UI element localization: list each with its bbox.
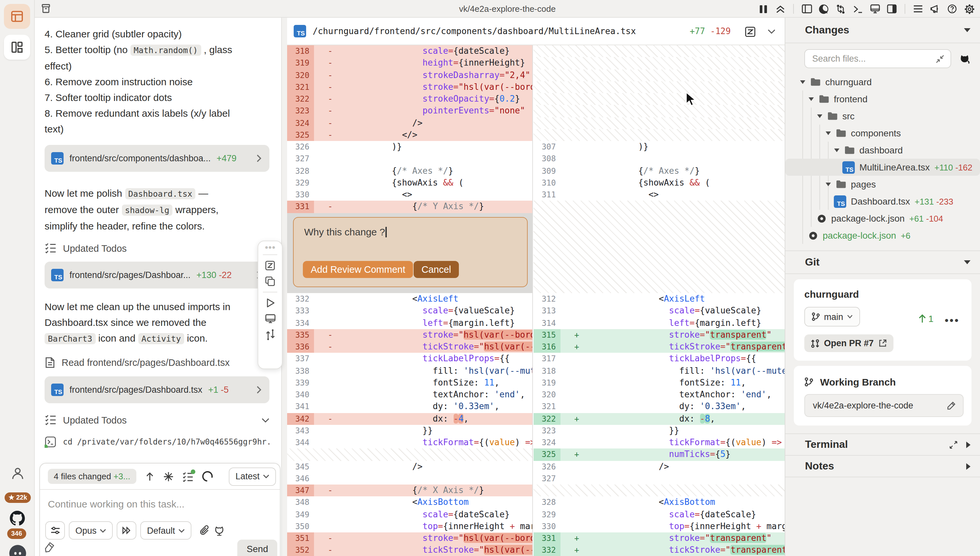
mode-dropdown[interactable]: Default [140, 521, 192, 540]
diff-line[interactable]: 321 - stroke="hsl(var(--border))" [287, 81, 532, 94]
diff-line[interactable]: 324 tickFormat={(value) => fo [534, 437, 785, 449]
cancel-button[interactable]: Cancel [413, 261, 459, 278]
attachment-icon[interactable] [199, 525, 210, 536]
spark-icon[interactable] [163, 471, 174, 482]
panel-left-icon[interactable] [801, 3, 812, 15]
read-file-row[interactable]: Read frontend/src/pages/Dashboard.tsx [45, 357, 270, 369]
collapse-file-icon[interactable] [768, 29, 775, 34]
diff-line[interactable]: 347 - {/* X Axis */} [287, 485, 532, 497]
diff-line[interactable]: 351 - stroke="hsl(var(--border))" [287, 532, 532, 545]
git-section-header[interactable]: Git [785, 251, 980, 273]
message-input[interactable]: Continue working on this task... [40, 490, 280, 509]
diff-line[interactable]: 320 - strokeDasharray="2,4" [287, 69, 532, 81]
tree-item-Dashboard.tsx[interactable]: TS Dashboard.tsx+131 -233 [785, 193, 980, 210]
changes-section-header[interactable]: Changes [785, 18, 980, 43]
model-dropdown[interactable]: Opus [69, 521, 113, 540]
diff-line[interactable]: 317 tickLabelProps={{ [534, 353, 785, 365]
diff-line[interactable]: 308 [534, 153, 785, 165]
diff-line[interactable]: 338 fill: 'hsl(var(--muted-foreground))'… [287, 365, 532, 377]
compare-icon[interactable] [265, 329, 275, 340]
more-menu-icon[interactable]: ••• [944, 315, 960, 326]
diff-line[interactable]: 322 - strokeOpacity={0.2} [287, 93, 532, 105]
diff-line[interactable]: 319 fontSize: 11, [534, 377, 785, 389]
diff-line[interactable]: 336 - tickStroke="hsl(var(--border))" [287, 341, 532, 353]
diff-line[interactable]: 331 - {/* Y Axis */} [287, 201, 532, 213]
tree-item-frontend[interactable]: frontend [785, 91, 980, 108]
send-button[interactable]: Send [237, 540, 277, 556]
play-icon[interactable] [265, 298, 275, 308]
branch-dropdown[interactable]: main [804, 307, 861, 326]
diff-line[interactable]: 345 /> [287, 461, 532, 473]
settings-gear-icon[interactable] [964, 3, 975, 15]
diff-line[interactable]: 318 fill: 'hsl(var(--muted-foreground))'… [534, 365, 785, 377]
diff-line[interactable]: 328 <AxisBottom [534, 497, 785, 509]
version-dropdown[interactable]: Latest [229, 467, 276, 485]
diff-line[interactable]: 329 {showAxis && ( [287, 177, 532, 189]
composer-settings-button[interactable] [45, 521, 65, 540]
diff-line[interactable]: 311 <> [534, 189, 785, 201]
diff-line[interactable]: 349 scale={dateScale} [287, 509, 532, 520]
diff-line[interactable]: 316 + tickStroke="transparent" [534, 341, 785, 353]
diff-line[interactable]: 334 left={margin.left} [287, 317, 532, 329]
diff-line[interactable]: 318 - scale={dateScale} [287, 45, 532, 57]
terminal-section-header[interactable]: Terminal [785, 434, 980, 455]
diff-line[interactable]: 307 )} [534, 141, 785, 153]
working-branch-input[interactable]: vk/4e2a-explore-the-code [804, 394, 964, 417]
diff-line[interactable]: 327 [287, 153, 532, 165]
scroll-up-icon[interactable] [145, 471, 155, 482]
tree-item-churnguard[interactable]: churnguard [785, 73, 980, 91]
tree-item-dashboard[interactable]: dashboard [785, 142, 980, 159]
diff-line[interactable]: 310 {showAxis && ( [534, 177, 785, 189]
diff-line[interactable]: 321 dy: '0.33em', [534, 401, 785, 413]
diff-line[interactable]: 341 dy: '0.33em', [287, 401, 532, 413]
diff-line[interactable]: 324 - /> [287, 117, 532, 129]
monitor-icon[interactable] [869, 3, 880, 15]
github-icon[interactable] [0, 509, 35, 527]
tree-item-MultiLineArea.tsx[interactable]: TS MultiLineArea.tsx+110 -162 [785, 159, 980, 176]
file-chip[interactable]: TS frontend/src/pages/Dashboar... +130 -… [45, 262, 270, 288]
diff-line[interactable]: 343 }} [287, 425, 532, 437]
edit-branch-icon[interactable] [946, 401, 956, 411]
inline-review-icon[interactable] [745, 26, 756, 37]
tree-item-package-lock.json[interactable]: package-lock.json+6 [785, 227, 980, 244]
cat-icon[interactable] [214, 525, 225, 536]
diff-line[interactable]: 325 + numTicks={5} [534, 449, 785, 461]
account-icon[interactable] [0, 465, 35, 481]
diff-line[interactable]: 325 - </> [287, 129, 532, 141]
terminal-command-row[interactable]: cd /private/var/folders/10/h7w0q46556ggr… [45, 436, 270, 448]
tree-item-package-lock.json[interactable]: package-lock.json+61 -104 [785, 210, 980, 227]
diff-line[interactable]: 313 scale={valueScale} [534, 305, 785, 317]
panel-right-filled-icon[interactable] [886, 3, 898, 15]
drag-handle[interactable]: ●●● [265, 245, 276, 249]
search-input[interactable]: Search files... [804, 49, 951, 68]
notes-section-header[interactable]: Notes [785, 456, 980, 477]
review-comment-box[interactable]: Why this change ? Add Review Comment Can… [293, 217, 528, 287]
diff-line[interactable]: 322 + dx: -8, [534, 413, 785, 425]
collapse-all-icon[interactable] [775, 3, 786, 15]
diff-line[interactable]: 333 scale={valueScale} [287, 305, 532, 317]
comment-text[interactable]: Why this change ? [304, 226, 387, 237]
diff-line[interactable]: 337 tickLabelProps={{ [287, 353, 532, 365]
git-compare-icon[interactable] [835, 3, 846, 15]
rail-board-button[interactable] [4, 35, 30, 60]
diff-line[interactable]: 320 textAnchor: 'end', [534, 389, 785, 401]
diff-line[interactable]: 328 {/* Axes */} [287, 165, 532, 177]
copy-icon[interactable] [265, 276, 275, 286]
diff-line[interactable]: 329 scale={dateScale} [534, 509, 785, 520]
diff-line[interactable]: 350 top={innerHeight + margin.top} [287, 520, 532, 533]
diff-line[interactable]: 326 )} [287, 141, 532, 153]
diff-line[interactable]: 315 + stroke="transparent" [534, 329, 785, 341]
help-icon[interactable] [946, 3, 958, 15]
diff-line[interactable]: 312 <AxisLeft [534, 293, 785, 305]
chat-bubble-icon[interactable] [818, 3, 829, 15]
diff-line[interactable]: 346 [287, 473, 532, 485]
file-chip[interactable]: TS frontend/src/components/dashboa... +4… [45, 145, 270, 172]
collapse-tree-icon[interactable] [935, 54, 944, 63]
diff-line[interactable]: 319 - height={innerHeight} [287, 57, 532, 70]
megaphone-icon[interactable] [930, 3, 941, 15]
cat-icon[interactable] [958, 53, 971, 65]
diff-line[interactable]: 314 left={margin.left} [534, 317, 785, 329]
open-pr-button[interactable]: Open PR #7 [804, 335, 893, 352]
tree-item-src[interactable]: src [785, 108, 980, 124]
diff-line[interactable]: 342 - dx: -4, [287, 413, 532, 425]
